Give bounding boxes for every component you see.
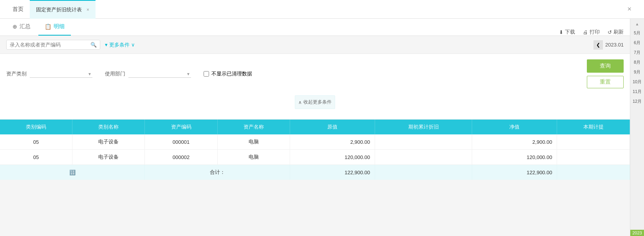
department-select-wrap: ▼ (128, 70, 191, 78)
row2-category-name: 电子设备 (72, 150, 145, 165)
row1-category-code: 05 (0, 134, 72, 150)
total-initial-depreciation (375, 165, 472, 180)
hide-cleared-label: 不显示已清理数据 (211, 70, 252, 77)
detail-icon: 📋 (45, 23, 51, 30)
home-link[interactable]: 首页 (6, 6, 30, 13)
download-icon: ⬇ (559, 29, 563, 35)
sidebar-scroll-up-icon[interactable]: ▲ (635, 22, 639, 26)
table-row: 05 电子设备 000002 电脑 120,000.00 120,000.00 (0, 150, 630, 165)
year-badge[interactable]: 2023 (630, 230, 644, 236)
total-label: 合计： (210, 169, 225, 175)
col-original-value: 原值 (290, 120, 375, 134)
summary-icon: ⊕ (13, 23, 17, 30)
print-button[interactable]: 🖨 打印 (583, 29, 600, 36)
table-header: 类别编码 类别名称 资产编码 资产名称 原值 期初累计折旧 净值 本期计提 (0, 120, 630, 134)
refresh-icon: ↺ (608, 29, 612, 35)
refresh-button[interactable]: ↺ 刷新 (608, 29, 624, 36)
action-buttons: 查询 重置 (587, 59, 624, 88)
date-prev-button[interactable]: ❮ (593, 40, 603, 50)
right-sidebar: ▲ 5月 6月 7月 8月 9月 10月 11月 12月 2023 (630, 19, 644, 236)
sidebar-month-12[interactable]: 12月 (630, 97, 644, 106)
search-input[interactable] (10, 42, 88, 48)
tab-summary[interactable]: ⊕ 汇总 (6, 18, 37, 36)
tab-detail[interactable]: 📋 明细 (38, 18, 71, 36)
asset-type-field: 资产类别 ▼ (6, 70, 92, 78)
tab-actions: ⬇ 下载 🖨 打印 ↺ 刷新 (559, 29, 624, 36)
department-select[interactable] (128, 70, 191, 78)
tab-bar: ⊕ 汇总 📋 明细 ⬇ 下载 🖨 打印 ↺ 刷新 (0, 19, 630, 36)
department-label: 使用部门 (105, 70, 125, 77)
col-asset-code: 资产编码 (145, 120, 218, 134)
date-display: 2023.01 (605, 42, 624, 48)
summary-label: 汇总 (20, 23, 31, 30)
total-label-cell: 合计： (145, 165, 290, 180)
print-icon: 🖨 (583, 29, 588, 35)
reset-button[interactable]: 重置 (587, 76, 624, 88)
col-category-name: 类别名称 (72, 120, 145, 134)
sidebar-month-10[interactable]: 10月 (630, 77, 644, 86)
row1-category-name: 电子设备 (72, 134, 145, 150)
row2-asset-code: 000002 (145, 150, 218, 165)
print-label: 打印 (590, 29, 600, 36)
table-row: 05 电子设备 000001 电脑 2,900.00 2,900.00 (0, 134, 630, 150)
hide-cleared-wrap: 不显示已清理数据 (204, 70, 252, 77)
data-table: 类别编码 类别名称 资产编码 资产名称 原值 期初累计折旧 净值 本期计提 05… (0, 120, 630, 180)
collapse-button[interactable]: ∧ 收起更多条件 (295, 95, 335, 109)
hide-cleared-checkbox[interactable] (204, 71, 209, 77)
asset-type-select-wrap: ▼ (30, 70, 92, 78)
col-asset-name: 资产名称 (217, 120, 290, 134)
collapse-label: 收起更多条件 (303, 99, 332, 105)
sidebar-month-8[interactable]: 8月 (630, 58, 644, 67)
total-icon-cell: 🔢 (0, 165, 145, 180)
total-icon: 🔢 (69, 170, 76, 175)
col-net-value: 净值 (472, 120, 557, 134)
main-content: ⊕ 汇总 📋 明细 ⬇ 下载 🖨 打印 ↺ 刷新 (0, 19, 630, 180)
chevron-down-icon: ∨ (131, 42, 135, 48)
search-input-wrap: 🔍 (6, 40, 100, 50)
row2-asset-name: 电脑 (217, 150, 290, 165)
row1-current-provision (557, 134, 630, 150)
col-initial-depreciation: 期初累计折旧 (375, 120, 472, 134)
window-close-icon[interactable]: × (621, 5, 638, 13)
search-bar: 🔍 ▾ 更多条件 ∨ ❮ 2023.01 (0, 36, 630, 54)
query-button[interactable]: 查询 (587, 59, 624, 73)
chevron-up-icon: ∧ (298, 100, 302, 105)
row1-asset-name: 电脑 (217, 134, 290, 150)
sidebar-month-6[interactable]: 6月 (630, 38, 644, 47)
total-current-provision (557, 165, 630, 180)
filter-label: 更多条件 (109, 41, 130, 48)
row2-current-provision (557, 150, 630, 165)
sidebar-month-5[interactable]: 5月 (630, 29, 644, 38)
row2-original-value: 120,000.00 (290, 150, 375, 165)
refresh-label: 刷新 (613, 29, 624, 36)
asset-type-label: 资产类别 (6, 70, 27, 77)
row2-net-value: 120,000.00 (472, 150, 557, 165)
col-current-provision: 本期计提 (557, 120, 630, 134)
filter-button[interactable]: ▾ 更多条件 ∨ (105, 41, 135, 48)
department-field: 使用部门 ▼ (105, 70, 191, 78)
detail-label: 明细 (54, 23, 65, 30)
table-body: 05 电子设备 000001 电脑 2,900.00 2,900.00 05 电… (0, 134, 630, 165)
sidebar-month-7[interactable]: 7月 (630, 48, 644, 57)
sidebar-month-9[interactable]: 9月 (630, 68, 644, 77)
total-net-value: 122,900.00 (472, 165, 557, 180)
total-original-value: 122,900.00 (290, 165, 375, 180)
row1-initial-depreciation (375, 134, 472, 150)
download-button[interactable]: ⬇ 下载 (559, 29, 575, 36)
collapse-center: ∧ 收起更多条件 (6, 92, 624, 114)
table-footer: 🔢 合计： 122,900.00 122,900.00 (0, 165, 630, 180)
filter-panel: 资产类别 ▼ 使用部门 ▼ (0, 54, 630, 120)
col-category-code: 类别编码 (0, 120, 72, 134)
asset-type-select[interactable] (30, 70, 92, 78)
top-nav: 首页 固定资产折旧统计表 × × (0, 0, 644, 19)
filter-icon: ▾ (105, 42, 108, 48)
row1-asset-code: 000001 (145, 134, 218, 150)
search-icon[interactable]: 🔍 (90, 42, 97, 48)
table-container: 类别编码 类别名称 资产编码 资产名称 原值 期初累计折旧 净值 本期计提 05… (0, 120, 630, 180)
total-row: 🔢 合计： 122,900.00 122,900.00 (0, 165, 630, 180)
row1-net-value: 2,900.00 (472, 134, 557, 150)
sidebar-month-11[interactable]: 11月 (630, 87, 644, 96)
row2-initial-depreciation (375, 150, 472, 165)
tab-title: 固定资产折旧统计表 (36, 6, 82, 13)
tab-close-icon[interactable]: × (87, 7, 89, 13)
